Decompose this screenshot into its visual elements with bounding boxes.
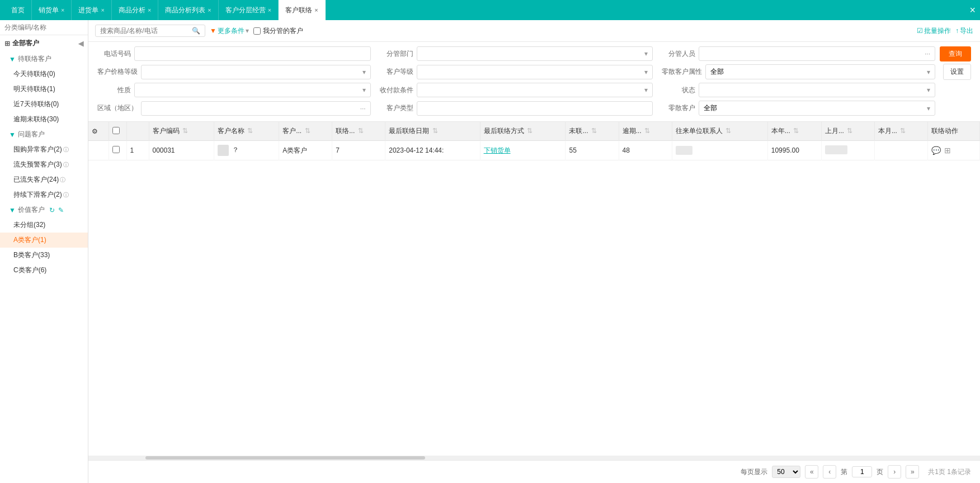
first-page-btn[interactable]: «	[805, 465, 818, 479]
main-search-icon[interactable]: 🔍	[192, 27, 200, 35]
more-conditions-btn[interactable]: ▼ 更多条件 ▾	[210, 26, 249, 36]
price-level-select[interactable]: ▾	[141, 65, 371, 79]
setting-button[interactable]: 设置	[943, 64, 971, 80]
retail-customer-select[interactable]: 全部 ▾	[699, 101, 935, 116]
my-customers-filter[interactable]: 我分管的客户	[253, 26, 303, 36]
customer-type-input[interactable]	[417, 101, 653, 116]
sidebar-group-value[interactable]: ▼ 价值客户 ↻ ✎	[0, 202, 88, 217]
nature-select[interactable]: ▾	[134, 83, 371, 97]
manager-select[interactable]: ···	[699, 46, 935, 61]
page-number-input[interactable]	[852, 466, 872, 477]
sidebar-item-unclassified[interactable]: 未分组(32)	[0, 217, 88, 233]
table-header-row: ⚙ 客户编码 ⇅ 客户名称 ⇅	[88, 122, 980, 141]
sort-year-icon[interactable]: ⇅	[793, 127, 799, 135]
sidebar-item-churned[interactable]: 已流失客户(24) ⓘ	[0, 172, 88, 187]
retail-attr-select[interactable]: 全部 ▾	[705, 64, 935, 79]
row-last-date-cell: 2023-04-12 14:44:	[385, 141, 480, 160]
row-checkbox[interactable]	[112, 146, 120, 153]
message-action-icon[interactable]: 💬	[931, 146, 941, 155]
tab-home[interactable]: 首页	[4, 0, 32, 20]
status-select[interactable]: ▾	[699, 83, 935, 97]
sidebar-item-class-a[interactable]: A类客户(1)	[0, 233, 88, 248]
filter-bar: 🔍 ▼ 更多条件 ▾ 我分管的客户 ☑ 批量操作 ↑ 导出	[88, 20, 980, 42]
chevron-payment: ▾	[644, 86, 648, 94]
settings-icon[interactable]: ⚙	[92, 127, 98, 135]
tab-customer-contact[interactable]: 客户联络 ×	[279, 0, 325, 20]
dept-select[interactable]: ▾	[417, 46, 653, 61]
sort-person-icon[interactable]: ⇅	[725, 127, 731, 135]
region-select[interactable]: ···	[141, 101, 371, 116]
close-tab-product-list[interactable]: ×	[208, 7, 211, 13]
row-last-month-cell	[821, 141, 874, 160]
col-overdue-header[interactable]: 逾期... ⇅	[619, 122, 672, 141]
tab-customer-segment[interactable]: 客户分层经营 ×	[219, 0, 279, 20]
sidebar-all-customers[interactable]: ⊞ 全部客户 ◀	[0, 35, 88, 51]
col-this-month-header[interactable]: 本月... ⇅	[874, 122, 927, 141]
sort-lmonth-icon[interactable]: ⇅	[847, 127, 852, 135]
sort-contact-icon[interactable]: ⇅	[358, 127, 364, 135]
sort-nocontact-icon[interactable]: ⇅	[591, 127, 597, 135]
col-contact-person-header[interactable]: 往来单位联系人 ⇅	[672, 122, 767, 141]
col-type-header[interactable]: 客户... ⇅	[279, 122, 332, 141]
customer-level-select[interactable]: ▾	[417, 65, 653, 79]
my-customers-checkbox[interactable]	[253, 27, 261, 35]
last-method-link[interactable]: 下销货单	[484, 146, 511, 154]
sort-date-icon[interactable]: ⇅	[432, 127, 438, 135]
phone-input[interactable]	[134, 46, 371, 61]
sidebar-item-declining[interactable]: 持续下滑客户(2) ⓘ	[0, 187, 88, 202]
col-this-year-header[interactable]: 本年... ⇅	[767, 122, 821, 141]
window-close-button[interactable]: ×	[969, 4, 976, 16]
sort-tmonth-icon[interactable]: ⇅	[900, 127, 906, 135]
close-tab-purchase[interactable]: ×	[101, 7, 104, 13]
prev-page-btn[interactable]: ‹	[823, 465, 836, 479]
main-layout: 🔍 ⊞ 全部客户 ◀ ▼ 待联络客户 今天待联络(0) 明天待联络(1) 近7天…	[0, 20, 980, 483]
collapse-sidebar-icon[interactable]: ◀	[78, 40, 83, 48]
sidebar-item-today-contact[interactable]: 今天待联络(0)	[0, 67, 88, 82]
main-search-input[interactable]	[100, 27, 190, 35]
next-page-btn[interactable]: ›	[888, 465, 901, 479]
sort-name-icon[interactable]: ⇅	[247, 127, 253, 135]
sidebar-item-overdue-contact[interactable]: 逾期未联络(30)	[0, 112, 88, 127]
tab-purchase-order[interactable]: 进货单 ×	[72, 0, 111, 20]
refresh-value-icon[interactable]: ↻	[49, 206, 55, 214]
close-tab-sales[interactable]: ×	[61, 7, 64, 13]
close-tab-contact[interactable]: ×	[314, 7, 318, 13]
sidebar-group-pending[interactable]: ▼ 待联络客户	[0, 51, 88, 67]
col-no-contact-header[interactable]: 未联... ⇅	[566, 122, 619, 141]
sidebar-item-class-c[interactable]: C类客户(6)	[0, 263, 88, 278]
sidebar-item-abnormal-purchase[interactable]: 囤购异常客户(2) ⓘ	[0, 142, 88, 157]
select-all-checkbox[interactable]	[112, 127, 120, 134]
col-last-month-header[interactable]: 上月... ⇅	[821, 122, 874, 141]
sort-method-icon[interactable]: ⇅	[527, 127, 533, 135]
sort-type-icon[interactable]: ⇅	[305, 127, 310, 135]
scrollbar-thumb[interactable]	[145, 456, 425, 460]
col-code-header[interactable]: 客户编码 ⇅	[149, 122, 214, 141]
col-settings[interactable]: ⚙	[88, 122, 109, 141]
close-tab-segment[interactable]: ×	[268, 7, 271, 13]
close-tab-product-analysis[interactable]: ×	[148, 7, 151, 13]
sort-overdue-icon[interactable]: ⇅	[644, 127, 650, 135]
tab-product-analysis[interactable]: 商品分析 ×	[112, 0, 158, 20]
more-action-icon[interactable]: ⊞	[944, 146, 951, 155]
col-last-date-header[interactable]: 最后联络日期 ⇅	[385, 122, 480, 141]
payment-select[interactable]: ▾	[417, 83, 653, 97]
last-page-btn[interactable]: »	[906, 465, 919, 479]
sidebar-item-tomorrow-contact[interactable]: 明天待联络(1)	[0, 82, 88, 97]
sidebar-item-7day-contact[interactable]: 近7天待联络(0)	[0, 97, 88, 112]
sidebar-item-churn-warning[interactable]: 流失预警客户(3) ⓘ	[0, 157, 88, 172]
sidebar-group-problem[interactable]: ▼ 问题客户	[0, 127, 88, 142]
query-button[interactable]: 查询	[940, 46, 971, 61]
edit-value-icon[interactable]: ✎	[58, 206, 64, 214]
col-contact-header[interactable]: 联络... ⇅	[332, 122, 385, 141]
sidebar-item-class-b[interactable]: B类客户(33)	[0, 248, 88, 263]
col-last-method-header[interactable]: 最后联络方式 ⇅	[480, 122, 566, 141]
sort-code-icon[interactable]: ⇅	[182, 127, 188, 135]
sidebar-search-input[interactable]	[4, 23, 88, 31]
per-page-select[interactable]: 50 100 200	[772, 466, 800, 478]
tab-sales-order[interactable]: 销货单 ×	[32, 0, 72, 20]
batch-operation-btn[interactable]: ☑ 批量操作	[917, 26, 951, 36]
horizontal-scrollbar[interactable]	[88, 456, 980, 460]
col-name-header[interactable]: 客户名称 ⇅	[214, 122, 279, 141]
export-btn[interactable]: ↑ 导出	[955, 26, 973, 36]
tab-product-analysis-list[interactable]: 商品分析列表 ×	[158, 0, 218, 20]
